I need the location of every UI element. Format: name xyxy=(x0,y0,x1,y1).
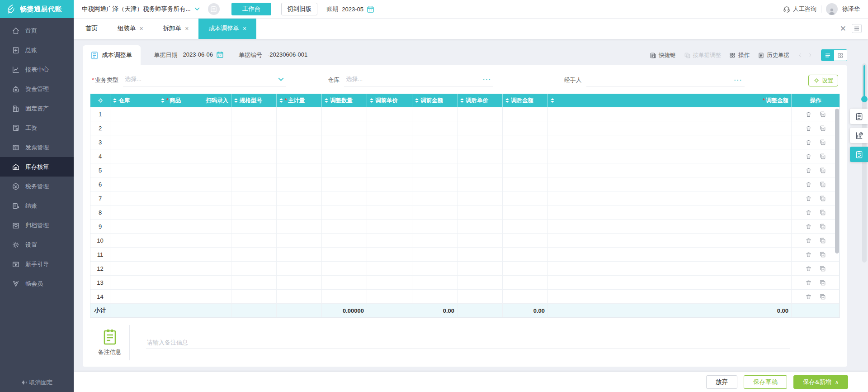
cell-warehouse[interactable] xyxy=(110,206,158,220)
tab-close-icon[interactable]: × xyxy=(140,25,143,32)
tab-close-icon[interactable]: × xyxy=(185,25,189,32)
cell-spec[interactable] xyxy=(231,121,277,135)
sidebar-item-member[interactable]: 畅会员 xyxy=(0,274,74,293)
sort-icon[interactable] xyxy=(415,98,419,103)
cell-unit[interactable] xyxy=(277,163,322,177)
rail-clipboard-edit-button[interactable] xyxy=(850,147,868,162)
cell-spec[interactable] xyxy=(231,163,277,177)
save-draft-button[interactable]: 保存草稿 xyxy=(744,375,787,389)
clipboard-badge-icon[interactable] xyxy=(208,3,220,15)
delete-row-icon[interactable] xyxy=(805,167,812,174)
toolbar-history[interactable]: 历史单据 xyxy=(758,52,789,59)
copy-row-icon[interactable] xyxy=(819,293,826,300)
cell-qty[interactable] xyxy=(322,234,367,248)
delete-row-icon[interactable] xyxy=(805,153,812,160)
cell-actions[interactable] xyxy=(792,149,840,163)
delete-row-icon[interactable] xyxy=(805,279,812,286)
switch-old-version-button[interactable]: 切到旧版 xyxy=(281,3,317,15)
cell-unit[interactable] xyxy=(277,262,322,276)
delete-row-icon[interactable] xyxy=(805,293,812,300)
cell-unit[interactable] xyxy=(277,135,322,149)
cell-price_before[interactable] xyxy=(367,248,412,262)
sidebar-item-closing[interactable]: 结账 xyxy=(0,196,74,215)
cell-actions[interactable] xyxy=(792,177,840,191)
cell-amount_before[interactable] xyxy=(412,107,458,121)
cell-unit[interactable] xyxy=(277,177,322,191)
cell-adjust_amount[interactable] xyxy=(548,276,792,290)
cell-warehouse[interactable] xyxy=(110,191,158,206)
column-header-qty[interactable]: 调整数量 xyxy=(322,94,367,107)
cell-price_before[interactable] xyxy=(367,191,412,206)
sidebar-item-guide[interactable]: 新手引导 xyxy=(0,254,74,274)
sort-icon[interactable] xyxy=(234,98,238,103)
sidebar-item-funds[interactable]: 资金管理 xyxy=(0,79,74,99)
username[interactable]: 徐泽华 xyxy=(842,5,860,13)
cell-unit[interactable] xyxy=(277,191,322,206)
cell-qty[interactable] xyxy=(322,163,367,177)
copy-row-icon[interactable] xyxy=(819,125,826,132)
cell-price_before[interactable] xyxy=(367,163,412,177)
cell-spec[interactable] xyxy=(231,206,277,220)
unpin-button[interactable]: 取消固定 xyxy=(0,378,74,387)
copy-row-icon[interactable] xyxy=(819,265,826,272)
cell-price_after[interactable] xyxy=(458,276,503,290)
cell-amount_after[interactable] xyxy=(503,262,548,276)
cell-qty[interactable] xyxy=(322,149,367,163)
cell-product[interactable] xyxy=(158,206,231,220)
sort-icon[interactable] xyxy=(325,98,328,103)
cell-actions[interactable] xyxy=(792,234,840,248)
cell-amount_before[interactable] xyxy=(412,135,458,149)
cell-adjust_amount[interactable] xyxy=(548,191,792,206)
cell-price_before[interactable] xyxy=(367,149,412,163)
cell-price_after[interactable] xyxy=(458,149,503,163)
cell-warehouse[interactable] xyxy=(110,262,158,276)
cell-product[interactable] xyxy=(158,163,231,177)
cell-adjust_amount[interactable] xyxy=(548,248,792,262)
cell-amount_before[interactable] xyxy=(412,206,458,220)
cell-amount_before[interactable] xyxy=(412,177,458,191)
cell-qty[interactable] xyxy=(322,206,367,220)
cell-adjust_amount[interactable] xyxy=(548,163,792,177)
cell-unit[interactable] xyxy=(277,234,322,248)
column-header-warehouse[interactable]: 仓库 xyxy=(110,94,158,107)
cell-warehouse[interactable] xyxy=(110,163,158,177)
copy-row-icon[interactable] xyxy=(819,139,826,146)
rail-chart-doc-button[interactable] xyxy=(850,128,868,143)
cell-price_before[interactable] xyxy=(367,135,412,149)
cell-warehouse[interactable] xyxy=(110,276,158,290)
cell-product[interactable] xyxy=(158,220,231,234)
delete-row-icon[interactable] xyxy=(805,251,812,258)
cell-amount_after[interactable] xyxy=(503,234,548,248)
sidebar-item-report[interactable]: 报表中心 xyxy=(0,60,74,79)
more-picker-icon[interactable]: ··· xyxy=(734,76,743,83)
cell-qty[interactable] xyxy=(322,107,367,121)
cell-price_after[interactable] xyxy=(458,163,503,177)
cell-amount_before[interactable] xyxy=(412,262,458,276)
cell-price_after[interactable] xyxy=(458,177,503,191)
cell-product[interactable] xyxy=(158,290,231,304)
cell-price_before[interactable] xyxy=(367,276,412,290)
copy-row-icon[interactable] xyxy=(819,223,826,230)
cell-qty[interactable] xyxy=(322,262,367,276)
copy-row-icon[interactable] xyxy=(819,209,826,216)
cell-warehouse[interactable] xyxy=(110,135,158,149)
copy-row-icon[interactable] xyxy=(819,195,826,202)
cell-spec[interactable] xyxy=(231,248,277,262)
cell-unit[interactable] xyxy=(277,206,322,220)
column-header-adjust_amount[interactable]: *调整金额 xyxy=(548,94,792,107)
cell-unit[interactable] xyxy=(277,276,322,290)
cell-price_after[interactable] xyxy=(458,206,503,220)
copy-row-icon[interactable] xyxy=(819,153,826,160)
sidebar-item-fixed-assets[interactable]: 固定资产 xyxy=(0,99,74,118)
delete-row-icon[interactable] xyxy=(805,181,812,188)
cell-adjust_amount[interactable] xyxy=(548,234,792,248)
cell-warehouse[interactable] xyxy=(110,248,158,262)
delete-row-icon[interactable] xyxy=(805,265,812,272)
cell-price_before[interactable] xyxy=(367,290,412,304)
save-new-button[interactable]: 保存&新增∧ xyxy=(793,375,848,389)
doc-no-value[interactable]: -20230606-001 xyxy=(267,50,312,60)
cell-amount_after[interactable] xyxy=(503,206,548,220)
delete-row-icon[interactable] xyxy=(805,209,812,216)
cell-product[interactable] xyxy=(158,149,231,163)
delete-row-icon[interactable] xyxy=(805,125,812,132)
